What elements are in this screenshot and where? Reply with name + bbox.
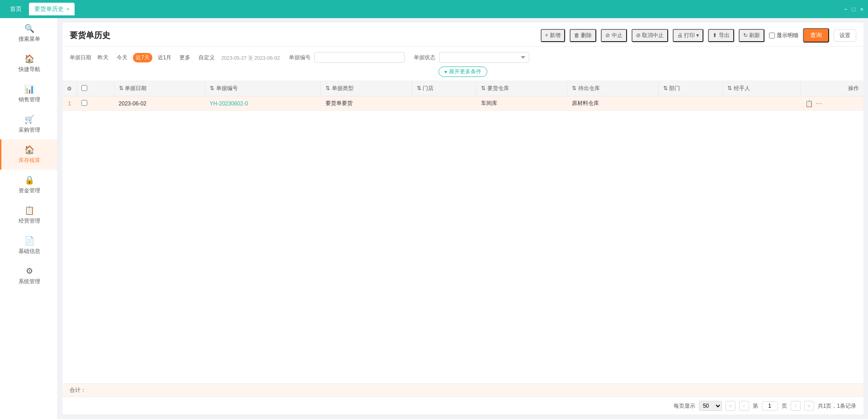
tab-active[interactable]: 要货单历史 × bbox=[29, 3, 75, 15]
row-pending-warehouse: 原材料仓库 bbox=[567, 96, 658, 111]
sidebar-item-purchase[interactable]: 🛒 采购管理 bbox=[0, 109, 57, 139]
home-icon: 🏠 bbox=[24, 54, 34, 64]
basic-icon: 📄 bbox=[24, 236, 34, 246]
sidebar-item-quick-nav[interactable]: 🏠 快捷导航 bbox=[0, 48, 57, 79]
total-label: 合计： bbox=[70, 387, 86, 393]
pagination-bar: 每页显示 10 20 50 100 « ‹ 第 页 › » 共1页，1条记录 bbox=[62, 397, 863, 414]
sidebar-label-quick-nav: 快捷导航 bbox=[19, 66, 40, 73]
row-req-warehouse: 车间库 bbox=[476, 96, 567, 111]
page-input[interactable] bbox=[762, 401, 778, 410]
minimize-btn[interactable]: − bbox=[844, 6, 848, 13]
next-page-btn[interactable]: › bbox=[791, 401, 801, 411]
table-row: 1 2023-06-02 YH-20230602-0 要货单要货 车间库 原材料… bbox=[62, 96, 863, 111]
prev-page-btn[interactable]: ‹ bbox=[739, 401, 749, 411]
sort-type-icon[interactable]: ⇅ bbox=[326, 85, 330, 91]
main-layout: 🔍 搜索菜单 🏠 快捷导航 📊 销售管理 🛒 采购管理 🏠 库存核算 🔒 资金管… bbox=[0, 18, 868, 419]
shortcut-7days[interactable]: 近7天 bbox=[133, 53, 152, 62]
sidebar-item-finance[interactable]: 🔒 资金管理 bbox=[0, 170, 57, 200]
close-window-btn[interactable]: × bbox=[860, 6, 863, 13]
sort-dept-icon[interactable]: ⇅ bbox=[663, 85, 668, 91]
row-more-icon[interactable]: ⋯ bbox=[816, 100, 822, 107]
new-button[interactable]: + 新增 bbox=[541, 29, 565, 42]
shortcut-yesterday[interactable]: 昨天 bbox=[95, 53, 111, 62]
sidebar-label-sales: 销售管理 bbox=[19, 96, 40, 104]
last-page-btn[interactable]: » bbox=[804, 401, 814, 411]
col-no: ⇅ 单据编号 bbox=[205, 81, 321, 96]
date-filter-group: 单据日期 昨天 今天 近7天 近1月 更多 自定义 2023-05-27 至 2… bbox=[70, 53, 280, 62]
col-checkbox bbox=[77, 81, 114, 96]
row-type: 要货单要货 bbox=[321, 96, 412, 111]
sidebar-item-sales[interactable]: 📊 销售管理 bbox=[0, 79, 57, 109]
expand-row: ▾ 展开更多条件 bbox=[70, 67, 856, 77]
sidebar-item-inventory[interactable]: 🏠 库存核算 bbox=[0, 139, 57, 170]
sidebar-item-search[interactable]: 🔍 搜索菜单 bbox=[0, 18, 57, 48]
per-page-select[interactable]: 10 20 50 100 bbox=[699, 401, 722, 411]
close-tab-icon[interactable]: × bbox=[66, 6, 69, 12]
select-all-checkbox[interactable] bbox=[81, 85, 87, 91]
first-page-btn[interactable]: « bbox=[726, 401, 736, 411]
data-table: ⚙ ⇅ 单据日期 ⇅ 单据编号 ⇅ 单据类型 ⇅ 门店 ⇅ 要货仓库 ⇅ 待出仓… bbox=[62, 81, 863, 111]
col-pending-warehouse: ⇅ 待出仓库 bbox=[567, 81, 658, 96]
col-req-warehouse: ⇅ 要货仓库 bbox=[476, 81, 567, 96]
row-no-link[interactable]: YH-20230602-0 bbox=[210, 100, 248, 107]
shortcut-1month[interactable]: 近1月 bbox=[155, 53, 175, 62]
show-detail-checkbox[interactable] bbox=[769, 33, 775, 38]
sidebar-item-operation[interactable]: 📋 经营管理 bbox=[0, 200, 57, 230]
date-shortcuts: 昨天 今天 近7天 近1月 更多 自定义 bbox=[95, 53, 217, 62]
row-view-icon[interactable]: 📋 bbox=[805, 100, 813, 107]
toolbar: + 新增 🗑 删除 ⊘ 中止 ⊘ 取消中止 🖨 打印 ▾ bbox=[541, 28, 856, 43]
sort-req-icon[interactable]: ⇅ bbox=[481, 85, 486, 91]
row-date: 2023-06-02 bbox=[114, 96, 205, 111]
col-store: ⇅ 门店 bbox=[412, 81, 476, 96]
sidebar-label-basic: 基础信息 bbox=[19, 248, 40, 255]
order-no-filter-group: 单据编号 bbox=[289, 52, 405, 63]
settings-button[interactable]: 设置 bbox=[834, 29, 856, 42]
sidebar-item-system[interactable]: ⚙ 系统管理 bbox=[0, 261, 57, 291]
col-dept: ⇅ 部门 bbox=[658, 81, 723, 96]
refresh-button[interactable]: ↻ 刷新 bbox=[739, 29, 764, 42]
row-checkbox-cell bbox=[77, 96, 114, 111]
row-checkbox[interactable] bbox=[81, 100, 87, 106]
sort-date-icon[interactable]: ⇅ bbox=[119, 85, 123, 91]
sort-handler-icon[interactable]: ⇅ bbox=[727, 85, 732, 91]
maximize-btn[interactable]: □ bbox=[852, 6, 856, 13]
stop-button[interactable]: ⊘ 中止 bbox=[601, 29, 627, 42]
shortcut-today[interactable]: 今天 bbox=[114, 53, 130, 62]
query-button[interactable]: 查询 bbox=[803, 28, 829, 43]
finance-icon: 🔒 bbox=[24, 175, 34, 185]
page-title: 要货单历史 bbox=[70, 30, 541, 41]
table-container: ⚙ ⇅ 单据日期 ⇅ 单据编号 ⇅ 单据类型 ⇅ 门店 ⇅ 要货仓库 ⇅ 待出仓… bbox=[62, 81, 863, 383]
sidebar-label-inventory: 库存核算 bbox=[19, 157, 40, 164]
cancel-stop-button[interactable]: ⊘ 取消中止 bbox=[632, 29, 668, 42]
order-no-label: 单据编号 bbox=[289, 54, 311, 62]
expand-button[interactable]: ▾ 展开更多条件 bbox=[439, 67, 487, 77]
col-date: ⇅ 单据日期 bbox=[114, 81, 205, 96]
sort-pending-icon[interactable]: ⇅ bbox=[572, 85, 576, 91]
show-detail-checkbox-label[interactable]: 显示明细 bbox=[769, 32, 798, 39]
shortcut-more[interactable]: 更多 bbox=[177, 53, 193, 62]
col-settings[interactable]: ⚙ bbox=[62, 81, 77, 96]
row-actions: 📋 ⋯ bbox=[801, 96, 863, 111]
sidebar-label-finance: 资金管理 bbox=[19, 187, 40, 195]
col-type: ⇅ 单据类型 bbox=[321, 81, 412, 96]
status-filter-group: 单据状态 bbox=[414, 52, 529, 63]
sidebar-item-basic[interactable]: 📄 基础信息 bbox=[0, 230, 57, 261]
window-controls: − □ × bbox=[844, 6, 863, 13]
sort-no-icon[interactable]: ⇅ bbox=[210, 85, 214, 91]
export-button[interactable]: ⬆ 导出 bbox=[708, 29, 734, 42]
sort-store-icon[interactable]: ⇅ bbox=[417, 85, 421, 91]
status-select[interactable] bbox=[439, 52, 529, 63]
col-action: 操作 bbox=[801, 81, 863, 96]
row-store bbox=[412, 96, 476, 111]
shortcut-custom[interactable]: 自定义 bbox=[196, 53, 217, 62]
per-page-label: 每页显示 bbox=[674, 402, 695, 410]
row-handler bbox=[723, 96, 801, 111]
tab-home[interactable]: 首页 bbox=[5, 3, 27, 15]
order-no-input[interactable] bbox=[314, 52, 405, 63]
delete-button[interactable]: 🗑 删除 bbox=[570, 29, 596, 42]
content-inner: 要货单历史 + 新增 🗑 删除 ⊘ 中止 ⊘ 取消中止 🖨 bbox=[62, 23, 863, 414]
filter-row: 单据日期 昨天 今天 近7天 近1月 更多 自定义 2023-05-27 至 2… bbox=[70, 52, 856, 63]
content-area: 要货单历史 + 新增 🗑 删除 ⊘ 中止 ⊘ 取消中止 🖨 bbox=[58, 18, 868, 419]
print-button[interactable]: 🖨 打印 ▾ bbox=[673, 29, 703, 42]
status-label: 单据状态 bbox=[414, 54, 435, 62]
